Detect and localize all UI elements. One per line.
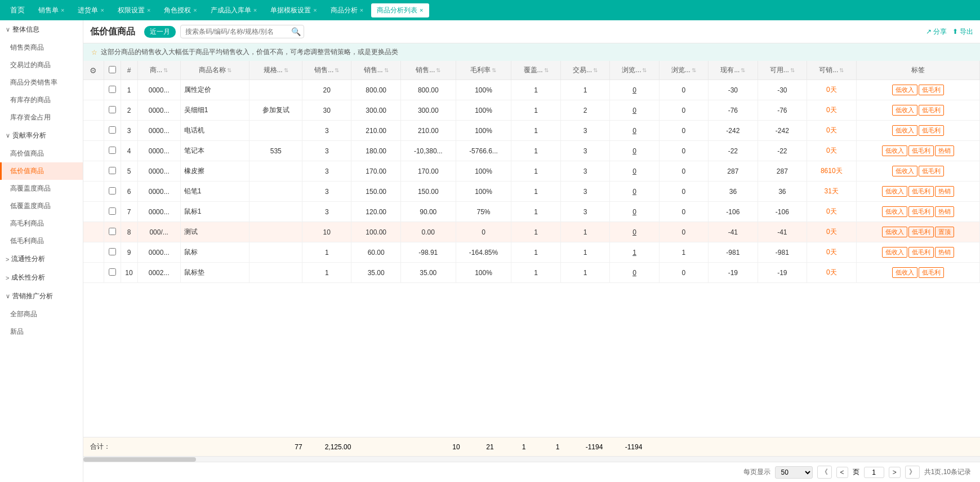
next-page-btn[interactable]: > [889, 467, 901, 478]
nav-tab-6[interactable]: 商品分析 × [325, 3, 369, 17]
sidebar-item-fenlei[interactable]: 商品分类销售率 [0, 74, 83, 91]
cell-checkbox[interactable] [104, 80, 121, 100]
col-saleable: 可销...⇅ [807, 61, 856, 80]
sidebar-item-xinpin[interactable]: 新品 [0, 323, 83, 341]
cell-browse1[interactable]: 0 [610, 80, 659, 100]
cell-checkbox[interactable] [104, 222, 121, 242]
nav-tab-close[interactable]: × [61, 7, 64, 14]
nav-tab-7[interactable]: 商品分析列表 × [371, 3, 429, 17]
row-checkbox[interactable] [109, 86, 116, 93]
sidebar-item-difugai[interactable]: 低覆盖度商品 [0, 197, 83, 215]
page-input[interactable] [864, 467, 884, 478]
share-button[interactable]: ↗ 分享 [926, 27, 947, 37]
product-tag: 低毛利 [919, 166, 944, 176]
nav-tab-close[interactable]: × [360, 7, 363, 14]
row-checkbox[interactable] [109, 106, 116, 113]
row-checkbox[interactable] [109, 167, 116, 174]
sidebar-item-xiaoshou[interactable]: 销售类商品 [0, 39, 83, 56]
cell-num: 8 [121, 222, 137, 242]
row-checkbox[interactable] [109, 207, 116, 215]
nav-tab-3[interactable]: 角色授权 × [158, 3, 202, 17]
scrollbar-thumb[interactable] [83, 457, 196, 462]
cell-checkbox[interactable] [104, 263, 121, 283]
export-label: 导出 [960, 27, 973, 37]
nav-tab-0[interactable]: 销售单 × [33, 3, 70, 17]
row-checkbox[interactable] [109, 268, 116, 276]
export-button[interactable]: ⬆ 导出 [952, 27, 973, 37]
cell-checkbox[interactable] [104, 242, 121, 263]
row-checkbox[interactable] [109, 228, 116, 235]
sidebar-item-jiaoyiguo[interactable]: 交易过的商品 [0, 56, 83, 74]
nav-tab-close[interactable]: × [193, 7, 197, 14]
sidebar-item-dijia[interactable]: 低价值商品 [0, 162, 83, 180]
browse-link[interactable]: 0 [632, 208, 636, 216]
col-cover: 覆盖...⇅ [511, 61, 560, 80]
sidebar-item-gaomao[interactable]: 高毛利商品 [0, 215, 83, 232]
browse-link[interactable]: 0 [632, 228, 636, 236]
nav-tab-1[interactable]: 进货单 × [72, 3, 109, 17]
nav-tab-2[interactable]: 权限设置 × [112, 3, 156, 17]
browse-link[interactable]: 0 [632, 188, 636, 196]
cell-checkbox[interactable] [104, 100, 121, 121]
select-all-checkbox[interactable] [109, 66, 116, 73]
cell-browse1[interactable]: 0 [610, 222, 659, 242]
nav-tab-close[interactable]: × [420, 7, 423, 14]
sidebar-item-quanbu[interactable]: 全部商品 [0, 306, 83, 323]
col-checkbox[interactable] [104, 61, 121, 80]
cell-browse1[interactable]: 0 [610, 182, 659, 202]
cell-browse1[interactable]: 0 [610, 141, 659, 161]
nav-tab-close[interactable]: × [253, 7, 257, 14]
row-checkbox[interactable] [109, 126, 116, 134]
cell-checkbox[interactable] [104, 141, 121, 161]
browse-link[interactable]: 1 [632, 249, 636, 257]
date-filter-btn[interactable]: 近一月 [144, 26, 176, 38]
browse-link[interactable]: 0 [632, 269, 636, 277]
settings-icon[interactable]: ⚙ [90, 66, 97, 75]
browse-link[interactable]: 0 [632, 107, 636, 114]
sidebar-section-chengzhang[interactable]: > 成长性分析 [0, 268, 83, 287]
sidebar-item-gaofugai[interactable]: 高覆盖度商品 [0, 180, 83, 197]
sidebar-item-zijin[interactable]: 库存资金占用 [0, 109, 83, 126]
browse-link[interactable]: 0 [632, 147, 636, 155]
cell-browse1[interactable]: 0 [610, 161, 659, 182]
browse-link[interactable]: 0 [632, 167, 636, 175]
cell-browse1[interactable]: 0 [610, 202, 659, 222]
scrollbar-row[interactable] [83, 456, 980, 462]
nav-tab-close[interactable]: × [147, 7, 150, 14]
sidebar-item-kucun[interactable]: 有库存的商品 [0, 91, 83, 109]
nav-home[interactable]: 首页 [5, 3, 30, 17]
first-page-btn[interactable]: 《 [817, 466, 832, 479]
nav-tab-5[interactable]: 单据模板设置 × [265, 3, 322, 17]
cell-browse1[interactable]: 0 [610, 121, 659, 141]
sidebar-section-liutong[interactable]: > 流通性分析 [0, 250, 83, 268]
cell-checkbox[interactable] [104, 202, 121, 222]
prev-page-btn[interactable]: < [836, 467, 848, 478]
table-row: 4 0000... 笔记本 535 3 180.00 -10,380... -5… [83, 141, 980, 161]
nav-tab-close[interactable]: × [100, 7, 104, 14]
row-checkbox[interactable] [109, 147, 116, 154]
last-page-btn[interactable]: 》 [905, 466, 920, 479]
cell-browse1[interactable]: 1 [610, 242, 659, 263]
cell-browse1[interactable]: 0 [610, 263, 659, 283]
search-icon[interactable]: 🔍 [291, 27, 301, 36]
row-checkbox[interactable] [109, 248, 116, 255]
page-size-select[interactable]: 50 100 200 [775, 466, 813, 479]
cell-browse1[interactable]: 0 [610, 100, 659, 121]
col-settings[interactable]: ⚙ [83, 61, 104, 80]
nav-tab-close[interactable]: × [313, 7, 317, 14]
sidebar-section-zhengti[interactable]: ∨ 整体信息 [0, 20, 83, 39]
browse-link[interactable]: 0 [632, 86, 636, 94]
sidebar-section-gongxian[interactable]: ∨ 贡献率分析 [0, 126, 83, 145]
cell-checkbox[interactable] [104, 161, 121, 182]
sidebar-item-dimao[interactable]: 低毛利商品 [0, 232, 83, 250]
cell-checkbox[interactable] [104, 121, 121, 141]
days-badge: 0天 [826, 86, 837, 94]
sidebar-item-gaojia[interactable]: 高价值商品 [0, 145, 83, 162]
search-input[interactable] [180, 25, 304, 38]
nav-tab-4[interactable]: 产成品入库单 × [205, 3, 262, 17]
browse-link[interactable]: 0 [632, 127, 636, 135]
row-checkbox[interactable] [109, 187, 116, 194]
sidebar-section-yingxiao[interactable]: ∨ 营销推广分析 [0, 287, 83, 306]
cell-checkbox[interactable] [104, 182, 121, 202]
table-wrapper[interactable]: ⚙ # 商...⇅ 商品名称⇅ 规格...⇅ 销售...⇅ 销售...⇅ 销售.… [83, 61, 980, 437]
